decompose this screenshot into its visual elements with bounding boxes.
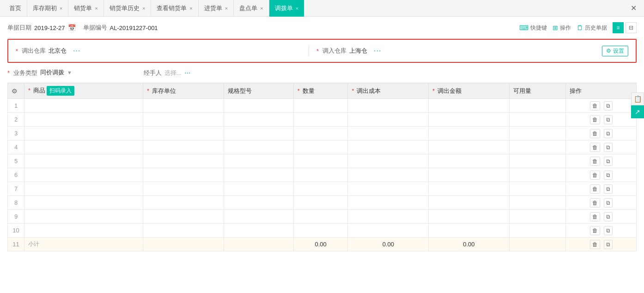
tab-inventory-init-close[interactable]: × xyxy=(60,6,62,11)
warehouse-out-value[interactable]: 北京仓 xyxy=(49,47,67,55)
grid-view-btn[interactable]: ⊟ xyxy=(626,22,637,33)
row-8-copy-btn[interactable]: ⧉ xyxy=(604,198,613,208)
table-scroll-container[interactable]: ⚙ * 商品 扫码录入 * 库存单位 规格型号 * xyxy=(7,83,637,251)
row-8-cost[interactable] xyxy=(348,196,429,210)
row-8-quantity[interactable] xyxy=(293,196,348,210)
row-6-copy-btn[interactable]: ⧉ xyxy=(604,171,613,180)
row-11-spec[interactable] xyxy=(224,238,293,251)
warehouse-in-more-btn[interactable]: ··· xyxy=(374,47,381,55)
row-6-cost[interactable] xyxy=(348,168,429,182)
history-btn[interactable]: 🗒 历史单据 xyxy=(577,24,607,32)
row-3-quantity[interactable] xyxy=(293,127,348,140)
row-5-product[interactable] xyxy=(24,154,143,168)
row-2-unit[interactable] xyxy=(143,113,224,127)
row-5-amount[interactable] xyxy=(429,154,510,168)
row-11-delete-btn[interactable]: 🗑 xyxy=(590,240,600,249)
row-8-product[interactable] xyxy=(24,196,143,210)
tab-sales-history-close[interactable]: × xyxy=(142,6,145,11)
row-10-copy-btn[interactable]: ⧉ xyxy=(604,226,613,235)
row-8-amount[interactable] xyxy=(429,196,510,210)
row-10-spec[interactable] xyxy=(224,224,293,238)
float-expand-btn[interactable]: ↗ xyxy=(631,105,644,118)
row-7-copy-btn[interactable]: ⧉ xyxy=(604,184,613,194)
row-10-amount[interactable] xyxy=(429,224,510,238)
row-11-unit[interactable] xyxy=(143,238,224,251)
row-5-copy-btn[interactable]: ⧉ xyxy=(604,157,613,166)
list-view-btn[interactable]: ≡ xyxy=(613,22,624,33)
row-8-spec[interactable] xyxy=(224,196,293,210)
row-5-delete-btn[interactable]: 🗑 xyxy=(590,157,600,166)
row-3-cost[interactable] xyxy=(348,127,429,140)
row-6-unit[interactable] xyxy=(143,168,224,182)
row-9-copy-btn[interactable]: ⧉ xyxy=(604,212,613,221)
row-6-quantity[interactable] xyxy=(293,168,348,182)
row-2-cost[interactable] xyxy=(348,113,429,127)
row-3-amount[interactable] xyxy=(429,127,510,140)
row-4-quantity[interactable] xyxy=(293,140,348,154)
row-9-amount[interactable] xyxy=(429,210,510,224)
row-7-cost[interactable] xyxy=(348,182,429,196)
row-6-amount[interactable] xyxy=(429,168,510,182)
handler-placeholder[interactable]: 选择... xyxy=(164,69,182,77)
row-2-available[interactable] xyxy=(509,113,566,127)
date-value[interactable]: 2019-12-27 xyxy=(34,24,65,31)
row-2-amount[interactable] xyxy=(429,113,510,127)
row-5-cost[interactable] xyxy=(348,154,429,168)
tab-home[interactable]: 首页 xyxy=(4,0,27,17)
row-11-copy-btn[interactable]: ⧉ xyxy=(604,240,613,249)
warehouse-in-value[interactable]: 上海仓 xyxy=(349,47,367,55)
tab-inventory-count-close[interactable]: × xyxy=(260,6,263,11)
row-3-product[interactable] xyxy=(24,127,143,140)
row-1-unit[interactable] xyxy=(143,99,224,113)
row-3-delete-btn[interactable]: 🗑 xyxy=(590,129,600,138)
row-5-spec[interactable] xyxy=(224,154,293,168)
tab-view-sales-close[interactable]: × xyxy=(189,6,192,11)
handler-more-btn[interactable]: ··· xyxy=(184,69,190,77)
row-7-available[interactable] xyxy=(509,182,566,196)
row-6-spec[interactable] xyxy=(224,168,293,182)
row-10-quantity[interactable] xyxy=(293,224,348,238)
row-2-quantity[interactable] xyxy=(293,113,348,127)
operations-btn[interactable]: ⊞ 操作 xyxy=(553,24,571,32)
row-10-product[interactable] xyxy=(24,224,143,238)
row-1-delete-btn[interactable]: 🗑 xyxy=(590,101,600,110)
row-2-delete-btn[interactable]: 🗑 xyxy=(590,115,600,124)
row-5-unit[interactable] xyxy=(143,154,224,168)
th-settings[interactable]: ⚙ xyxy=(8,83,24,99)
row-9-delete-btn[interactable]: 🗑 xyxy=(590,212,600,221)
row-9-spec[interactable] xyxy=(224,210,293,224)
float-note-btn[interactable]: 📋 xyxy=(631,92,644,105)
row-3-available[interactable] xyxy=(509,127,566,140)
scan-entry-btn[interactable]: 扫码录入 xyxy=(47,86,74,96)
row-7-unit[interactable] xyxy=(143,182,224,196)
settings-button[interactable]: ⚙ 设置 xyxy=(602,46,628,56)
row-8-unit[interactable] xyxy=(143,196,224,210)
row-7-spec[interactable] xyxy=(224,182,293,196)
row-7-amount[interactable] xyxy=(429,182,510,196)
row-1-copy-btn[interactable]: ⧉ xyxy=(604,101,613,110)
row-4-cost[interactable] xyxy=(348,140,429,154)
row-4-available[interactable] xyxy=(509,140,566,154)
row-2-copy-btn[interactable]: ⧉ xyxy=(604,115,613,124)
tab-transfer-order-close[interactable]: × xyxy=(296,6,298,11)
business-type-select[interactable]: 同价调拨 ▼ xyxy=(40,68,133,77)
tab-view-sales[interactable]: 查看销货单 × xyxy=(151,0,198,17)
row-4-amount[interactable] xyxy=(429,140,510,154)
row-10-unit[interactable] xyxy=(143,224,224,238)
row-9-quantity[interactable] xyxy=(293,210,348,224)
row-9-product[interactable] xyxy=(24,210,143,224)
tab-inventory-count[interactable]: 盘点单 × xyxy=(234,0,269,17)
row-2-spec[interactable] xyxy=(224,113,293,127)
row-4-copy-btn[interactable]: ⧉ xyxy=(604,143,613,152)
row-1-product[interactable] xyxy=(24,99,143,113)
row-10-available[interactable] xyxy=(509,224,566,238)
calendar-icon[interactable]: 📅 xyxy=(68,24,76,31)
row-1-available[interactable] xyxy=(509,99,566,113)
tab-sales-order[interactable]: 销货单 × xyxy=(68,0,103,17)
warehouse-out-more-btn[interactable]: ··· xyxy=(73,47,80,55)
row-10-delete-btn[interactable]: 🗑 xyxy=(590,226,600,235)
row-7-delete-btn[interactable]: 🗑 xyxy=(590,184,600,194)
row-7-quantity[interactable] xyxy=(293,182,348,196)
row-8-available[interactable] xyxy=(509,196,566,210)
shortcuts-btn[interactable]: ⌨ 快捷键 xyxy=(519,24,547,32)
